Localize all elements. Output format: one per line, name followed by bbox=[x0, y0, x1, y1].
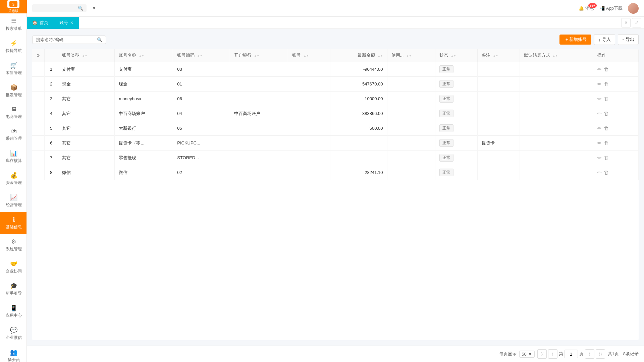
edit-btn[interactable]: ✏ bbox=[597, 81, 602, 87]
cell-remark bbox=[478, 77, 520, 92]
th-account[interactable]: 账号 ▲▼ bbox=[288, 49, 330, 62]
edit-btn[interactable]: ✏ bbox=[597, 170, 602, 176]
page-size-select[interactable]: 50 ▼ bbox=[519, 351, 534, 358]
cell-use bbox=[387, 62, 435, 77]
sidebar-item-inventory[interactable]: 📊 库存核算 bbox=[0, 145, 26, 168]
tab-close-btn[interactable]: ✕ bbox=[621, 18, 631, 27]
import-button[interactable]: ↓ 导入 bbox=[594, 34, 615, 45]
search-icon: 🔍 bbox=[97, 37, 102, 42]
cell-use bbox=[387, 150, 435, 165]
delete-btn[interactable]: 🗑 bbox=[604, 125, 609, 131]
sidebar-item-newbie[interactable]: 🎓 新手引导 bbox=[0, 278, 26, 300]
th-balance[interactable]: 最新余额 ▲▼ bbox=[330, 49, 387, 62]
sidebar-item-quick-nav[interactable]: ⚡ 快捷导航 bbox=[0, 36, 26, 58]
edit-btn[interactable]: ✏ bbox=[597, 66, 602, 72]
sidebar-item-sys[interactable]: ⚙ 系统管理 bbox=[0, 234, 26, 256]
sidebar-item-app-center[interactable]: 📱 应用中心 bbox=[0, 300, 26, 322]
sidebar-item-enterprise[interactable]: 🤝 企业协同 bbox=[0, 256, 26, 278]
cell-index: 5 bbox=[45, 121, 58, 136]
cell-index: 3 bbox=[45, 92, 58, 106]
sort-icon-code[interactable]: ▲▼ bbox=[197, 55, 203, 57]
th-default-payment[interactable]: 默认结算方式 ▲▼ bbox=[520, 49, 593, 62]
edit-btn[interactable]: ✏ bbox=[597, 140, 602, 146]
sort-icon-remark[interactable]: ▲▼ bbox=[493, 55, 498, 57]
sidebar-item-label: 基础信息 bbox=[6, 224, 22, 230]
cell-bank bbox=[230, 165, 288, 180]
tab-home[interactable]: 🏠 首页 bbox=[27, 17, 54, 29]
sidebar-item-ops[interactable]: 📈 经营管理 bbox=[0, 190, 26, 212]
sort-icon-bank[interactable]: ▲▼ bbox=[254, 55, 259, 57]
delete-btn[interactable]: 🗑 bbox=[604, 96, 609, 102]
delete-btn[interactable]: 🗑 bbox=[604, 170, 609, 175]
sidebar-item-purchase[interactable]: 🛍 采购管理 bbox=[0, 124, 26, 145]
edit-btn[interactable]: ✏ bbox=[597, 111, 602, 117]
cell-balance: 500.00 bbox=[330, 121, 387, 136]
sort-icon-type[interactable]: ▲▼ bbox=[82, 55, 88, 57]
delete-btn[interactable]: 🗑 bbox=[604, 140, 609, 146]
sidebar-item-basic-info[interactable]: ℹ 基础信息 bbox=[0, 212, 26, 234]
th-gear[interactable]: ⚙ bbox=[32, 49, 45, 62]
sidebar-item-corp-wechat[interactable]: 💬 企业微信 bbox=[0, 322, 26, 345]
sort-icon-balance[interactable]: ▲▼ bbox=[378, 55, 383, 57]
cell-balance: 383866.00 bbox=[330, 106, 387, 121]
th-type-label: 账号类型 bbox=[62, 53, 79, 58]
tab-close-icon[interactable]: ✕ bbox=[70, 20, 73, 25]
sidebar-item-members[interactable]: 👥 畅会员 bbox=[0, 345, 26, 362]
sidebar-item-wholesale[interactable]: 📦 批发管理 bbox=[0, 80, 26, 102]
app-icon: 📲 bbox=[599, 6, 605, 11]
sidebar-item-retail[interactable]: 🛒 零售管理 bbox=[0, 58, 26, 80]
edit-btn[interactable]: ✏ bbox=[597, 155, 602, 161]
sidebar-item-label: 搜索菜单 bbox=[6, 26, 22, 32]
user-avatar[interactable] bbox=[628, 3, 639, 14]
tab-maximize-btn[interactable]: ⤢ bbox=[632, 18, 641, 27]
th-name[interactable]: 账号名称 ▲▼ bbox=[115, 49, 173, 62]
th-type[interactable]: 账号类型 ▲▼ bbox=[58, 49, 115, 62]
topbar-search-input[interactable] bbox=[36, 6, 76, 11]
sort-icon-account[interactable]: ▲▼ bbox=[304, 55, 309, 57]
cell-balance bbox=[330, 136, 387, 150]
table-row: 5 其它 大新银行 05 500.00 正常 ✏ 🗑 bbox=[32, 121, 639, 136]
add-account-button[interactable]: + 新增账号 bbox=[559, 35, 591, 45]
th-code[interactable]: 账号编码 ▲▼ bbox=[173, 49, 230, 62]
sort-icon-default[interactable]: ▲▼ bbox=[552, 55, 558, 57]
cell-action: ✏ 🗑 bbox=[593, 150, 638, 165]
th-bank[interactable]: 开户银行 ▲▼ bbox=[230, 49, 288, 62]
cell-name: 大新银行 bbox=[115, 121, 173, 136]
page-last-btn[interactable]: ⟩⟩ bbox=[596, 349, 605, 359]
th-remark-label: 备注 bbox=[482, 53, 490, 58]
th-status[interactable]: 状态 ▲▼ bbox=[435, 49, 478, 62]
th-name-label: 账号名称 bbox=[119, 53, 136, 58]
page-number-input[interactable] bbox=[565, 350, 578, 358]
page-next-btn[interactable]: ⟩ bbox=[585, 349, 594, 359]
edit-btn[interactable]: ✏ bbox=[597, 125, 602, 131]
sidebar-item-finance[interactable]: 💰 资金管理 bbox=[0, 168, 26, 190]
topbar-app-download[interactable]: 📲 App下载 bbox=[599, 5, 623, 11]
delete-btn[interactable]: 🗑 bbox=[604, 66, 609, 72]
cell-use bbox=[387, 92, 435, 106]
topbar-dropdown[interactable]: ▼ bbox=[92, 6, 96, 11]
edit-btn[interactable]: ✏ bbox=[597, 96, 602, 102]
sort-icon-name[interactable]: ▲▼ bbox=[139, 55, 144, 57]
sidebar-item-ecommerce[interactable]: 🖥 电商管理 bbox=[0, 102, 26, 124]
svg-text:乐: 乐 bbox=[12, 3, 15, 6]
tab-account[interactable]: 账号 ✕ bbox=[54, 17, 79, 29]
th-use[interactable]: 使用... ▲▼ bbox=[387, 49, 435, 62]
th-remark[interactable]: 备注 ▲▼ bbox=[478, 49, 520, 62]
table-body: 1 支付宝 支付宝 03 -90444.00 正常 ✏ 🗑 2 现金 现金 01… bbox=[32, 62, 639, 180]
delete-btn[interactable]: 🗑 bbox=[604, 81, 609, 87]
account-search-input[interactable] bbox=[36, 37, 95, 42]
page-first-btn[interactable]: ⟨⟨ bbox=[537, 349, 547, 359]
sort-icon-use[interactable]: ▲▼ bbox=[406, 55, 412, 57]
page-prev-btn[interactable]: ⟨ bbox=[548, 349, 557, 359]
topbar-left: 🔍 ▼ bbox=[32, 4, 96, 12]
column-settings-icon[interactable]: ⚙ bbox=[36, 53, 40, 58]
topbar-messages[interactable]: 🔔 消息 99+ bbox=[579, 5, 594, 11]
delete-btn[interactable]: 🗑 bbox=[604, 155, 609, 161]
delete-btn[interactable]: 🗑 bbox=[604, 111, 609, 116]
home-icon: 🏠 bbox=[32, 20, 38, 25]
export-button[interactable]: ↑ 导出 bbox=[618, 34, 639, 45]
cell-bank: 中百商场账户 bbox=[230, 106, 288, 121]
sidebar-item-search-menu[interactable]: ☰ 搜索菜单 bbox=[0, 13, 26, 36]
cell-gear bbox=[32, 77, 45, 92]
sort-icon-status[interactable]: ▲▼ bbox=[451, 55, 456, 57]
